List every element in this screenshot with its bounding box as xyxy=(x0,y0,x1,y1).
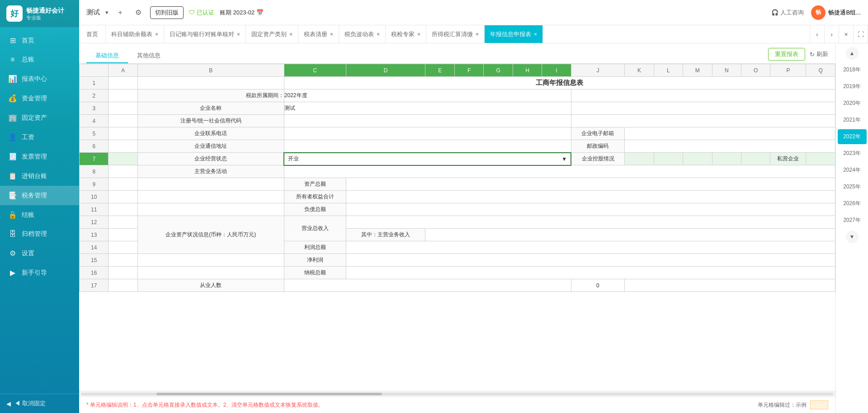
cell-2a[interactable] xyxy=(108,89,137,102)
cell-14a[interactable] xyxy=(108,241,137,254)
settings-button[interactable]: ⚙ xyxy=(132,6,145,19)
year-2023[interactable]: 2023年 xyxy=(838,146,867,161)
year-2021[interactable]: 2021年 xyxy=(838,113,867,127)
cell-15a[interactable] xyxy=(108,254,137,267)
col-header-i[interactable]: I xyxy=(542,64,571,77)
tab-close-schedule[interactable]: × xyxy=(330,31,333,38)
cell-10d[interactable] xyxy=(346,191,835,203)
cell-13e[interactable]: 其中：主营业务收入 xyxy=(346,229,425,241)
cell-8c[interactable] xyxy=(284,165,835,178)
cell-4b[interactable]: 注册号/统一社会信用代码 xyxy=(137,115,284,127)
cell-16d[interactable] xyxy=(346,267,835,279)
col-header-q[interactable]: Q xyxy=(806,64,835,77)
refresh-button[interactable]: ↻ 刷新 xyxy=(810,50,828,58)
cell-4c[interactable] xyxy=(284,115,571,127)
cell-1-title[interactable]: 工商年报信息表 xyxy=(284,77,835,89)
cell-14c[interactable]: 利润总额 xyxy=(284,241,346,254)
cell-12b[interactable]: 企业资产状况信息(币种：人民币万元) xyxy=(137,216,284,254)
col-header-b[interactable]: B xyxy=(137,64,284,77)
col-header-c[interactable]: C xyxy=(284,64,346,77)
cell-1b[interactable] xyxy=(137,77,284,89)
col-header-j[interactable]: J xyxy=(571,64,624,77)
cell-5k[interactable] xyxy=(625,127,835,140)
sidebar-item-ledger[interactable]: ≡ 总账 xyxy=(0,50,79,69)
old-version-button[interactable]: 切到旧版 xyxy=(150,6,184,19)
year-2018[interactable]: 2018年 xyxy=(838,62,867,77)
cell-17c[interactable] xyxy=(284,279,571,292)
cell-6j[interactable]: 邮政编码 xyxy=(571,140,624,153)
cell-6b[interactable]: 企业通信地址 xyxy=(137,140,284,153)
cell-9b[interactable] xyxy=(137,178,284,191)
cell-12a[interactable] xyxy=(108,216,137,229)
cell-4j[interactable] xyxy=(571,115,835,127)
col-header-e[interactable]: E xyxy=(425,64,454,77)
cell-10c[interactable]: 所有者权益合计 xyxy=(284,191,346,203)
cell-10a[interactable] xyxy=(108,191,137,203)
tab-next-button[interactable]: › xyxy=(825,25,839,43)
cell-11a[interactable] xyxy=(108,203,137,216)
spreadsheet-wrapper[interactable]: A B C D E F G H I J K L M xyxy=(79,64,835,391)
cell-17k[interactable] xyxy=(625,279,835,292)
sidebar-item-guide[interactable]: ▶ 新手引导 xyxy=(0,263,79,282)
sub-tab-basic[interactable]: 基础信息 xyxy=(86,49,128,63)
col-header-n[interactable]: N xyxy=(712,64,741,77)
cell-7b[interactable]: 企业经营状态 xyxy=(137,153,284,165)
tab-close-fluctuation[interactable]: × xyxy=(377,31,380,38)
cell-6a[interactable] xyxy=(108,140,137,153)
col-header-m[interactable]: M xyxy=(683,64,712,77)
col-header-h[interactable]: H xyxy=(513,64,542,77)
cell-3b[interactable]: 企业名称 xyxy=(137,102,284,115)
cell-3c[interactable]: 测试 xyxy=(284,102,571,115)
sidebar-item-assets[interactable]: 🏢 固定资产 xyxy=(0,108,79,127)
col-header-f[interactable]: F xyxy=(454,64,483,77)
sidebar-item-invoice[interactable]: 🧾 发票管理 xyxy=(0,147,79,166)
cell-9a[interactable] xyxy=(108,178,137,191)
tab-close-all-button[interactable]: × xyxy=(839,25,854,43)
col-header-l[interactable]: L xyxy=(654,64,683,77)
year-2019[interactable]: 2019年 xyxy=(838,79,867,94)
sidebar-item-finance[interactable]: 💰 资金管理 xyxy=(0,89,79,108)
sidebar-item-settings[interactable]: ⚙ 设置 xyxy=(0,244,79,263)
cell-6c[interactable] xyxy=(284,140,571,153)
cell-14d[interactable] xyxy=(346,241,835,254)
cell-16b[interactable] xyxy=(137,267,284,279)
cell-5c[interactable] xyxy=(284,127,571,140)
cell-15d[interactable] xyxy=(346,254,835,267)
tab-close-bankreconcile[interactable]: × xyxy=(237,31,240,38)
sidebar-item-archive[interactable]: 🗄 归档管理 xyxy=(0,225,79,244)
cell-2c[interactable]: 2022年度 xyxy=(284,89,571,102)
tab-tax-schedule[interactable]: 税表清册 × xyxy=(298,25,339,43)
cell-8a[interactable] xyxy=(108,165,137,178)
cell-13f[interactable] xyxy=(425,229,835,241)
cell-12d[interactable] xyxy=(346,216,835,229)
user-menu[interactable]: 畅 畅捷通B组... xyxy=(811,5,861,20)
sidebar-item-purchase[interactable]: 📋 进销台账 xyxy=(0,166,79,186)
col-header-a[interactable]: A xyxy=(108,64,137,77)
cell-16a[interactable] xyxy=(108,267,137,279)
operating-status-dropdown[interactable]: 开业 ▼ xyxy=(284,153,571,165)
cell-3j[interactable] xyxy=(571,102,835,115)
tab-fullscreen-button[interactable]: ⛶ xyxy=(854,25,868,43)
cell-8b[interactable]: 主营业务活动 xyxy=(137,165,284,178)
year-2024[interactable]: 2024年 xyxy=(838,163,867,178)
tab-bankreconcile[interactable]: 日记账与银行对账单核对 × xyxy=(164,25,246,43)
cell-5a[interactable] xyxy=(108,127,137,140)
cell-7c-dropdown[interactable]: 开业 ▼ xyxy=(284,153,571,165)
cell-11c[interactable]: 负债总额 xyxy=(284,203,346,216)
year-nav-down[interactable]: ▼ xyxy=(846,230,859,243)
sidebar-item-salary[interactable]: 👤 工资 xyxy=(0,127,79,147)
cell-17b[interactable]: 从业人数 xyxy=(137,279,284,292)
sidebar-item-home[interactable]: ⊞ 首页 xyxy=(0,31,79,50)
tab-fixed-assets[interactable]: 固定资产类别 × xyxy=(246,25,298,43)
cell-2j[interactable] xyxy=(571,89,835,102)
tab-income-tax[interactable]: 所得税汇算清缴 × xyxy=(426,25,485,43)
tab-close-inspection[interactable]: × xyxy=(417,31,420,38)
tab-subject[interactable]: 科目辅助余额表 × xyxy=(106,25,164,43)
sub-tab-other[interactable]: 其他信息 xyxy=(128,49,170,63)
sidebar-item-tax[interactable]: 📑 税务管理 xyxy=(0,186,79,205)
col-header-k[interactable]: K xyxy=(625,64,654,77)
cell-12c[interactable]: 营业总收入 xyxy=(284,216,346,241)
horizontal-scrollbar[interactable] xyxy=(79,391,835,396)
tab-tax-inspection[interactable]: 税检专家 × xyxy=(386,25,426,43)
year-2027[interactable]: 2027年 xyxy=(838,213,867,228)
